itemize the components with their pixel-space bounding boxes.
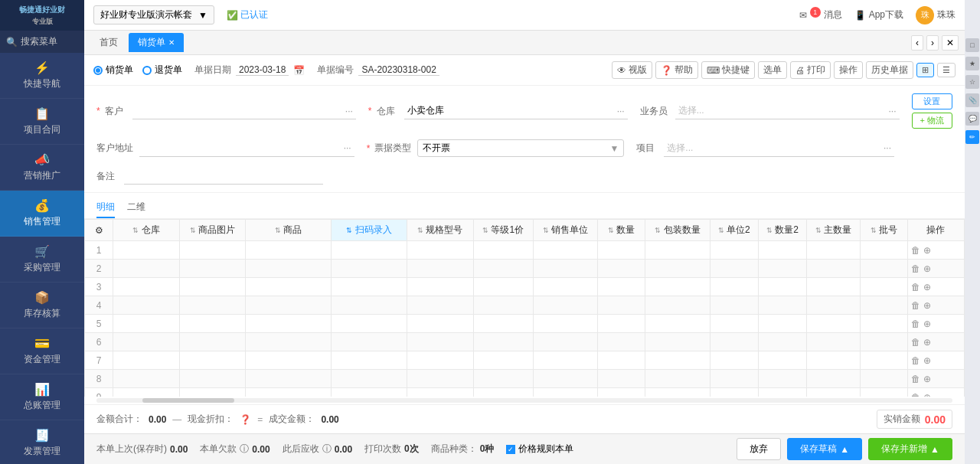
copy-icon[interactable]: ⊕ xyxy=(923,245,931,256)
sidebar-search[interactable]: 🔍 搜索菜单 xyxy=(0,31,84,53)
row-cell xyxy=(246,388,331,397)
copy-icon[interactable]: ⊕ xyxy=(923,300,931,311)
sidebar-item-project[interactable]: 📋 项目合同 xyxy=(0,99,84,145)
panel-icon-4[interactable]: 📎 xyxy=(965,93,979,107)
copy-icon[interactable]: ⊕ xyxy=(923,282,931,292)
horizontal-scrollbar[interactable] xyxy=(96,398,952,403)
select-button[interactable]: 选单 xyxy=(758,61,787,79)
calendar-icon[interactable]: 📅 xyxy=(293,65,305,76)
row-cell xyxy=(710,333,758,351)
row-cell xyxy=(407,241,473,260)
price-rule-checkbox[interactable]: ✓ 价格规则本单 xyxy=(506,443,573,456)
settings-button[interactable]: 设置 xyxy=(912,93,952,109)
sidebar-item-marketing[interactable]: 📣 营销推广 xyxy=(0,145,84,191)
close-tab-button[interactable]: ✕ xyxy=(942,35,959,51)
message-button[interactable]: ✉ 1 消息 xyxy=(799,8,842,21)
panel-icon-1[interactable]: □ xyxy=(965,38,979,52)
delete-icon[interactable]: 🗑 xyxy=(911,355,920,366)
company-selector[interactable]: 好业财专业版演示帐套 ▼ xyxy=(93,5,214,25)
help-button[interactable]: ❓ 帮助 xyxy=(655,61,698,79)
warehouse-input[interactable]: 小卖仓库 ··· xyxy=(404,103,628,119)
sidebar-item-quick-nav[interactable]: ⚡ 快捷导航 xyxy=(0,53,84,99)
copy-icon[interactable]: ⊕ xyxy=(923,337,931,348)
delete-icon[interactable]: 🗑 xyxy=(911,282,920,292)
copy-icon[interactable]: ⊕ xyxy=(923,319,931,329)
remark-input[interactable] xyxy=(124,168,323,185)
history-button[interactable]: 历史单据 xyxy=(866,61,913,79)
customer-input[interactable]: ··· xyxy=(132,103,356,119)
list-view-button[interactable]: ☰ xyxy=(937,63,956,77)
date-value[interactable]: 2023-03-18 xyxy=(236,64,289,76)
tab-detail[interactable]: 明细 xyxy=(96,198,115,218)
shortcut-button[interactable]: ⌨ 快捷键 xyxy=(701,61,755,79)
sidebar-item-sales[interactable]: 💰 销售管理 xyxy=(0,191,84,237)
row-cell xyxy=(645,333,710,351)
sidebar-item-invoice[interactable]: 🧾 发票管理 xyxy=(0,420,84,464)
delete-icon[interactable]: 🗑 xyxy=(911,245,920,256)
tab-home[interactable]: 首页 xyxy=(90,33,127,52)
table-row[interactable]: 5🗑⊕ xyxy=(85,315,965,333)
panel-icon-2[interactable]: ★ xyxy=(965,57,979,70)
marketing-icon: 📣 xyxy=(34,152,50,167)
sort-icon: ⇅ xyxy=(608,227,614,234)
save-new-button[interactable]: 保存并新增 ▲ xyxy=(868,438,952,460)
required-star: * xyxy=(367,143,371,154)
copy-icon[interactable]: ⊕ xyxy=(923,355,931,366)
table-row[interactable]: 3🗑⊕ xyxy=(85,278,965,296)
salesperson-input[interactable]: 选择... ··· xyxy=(675,103,900,119)
next-tab-button[interactable]: › xyxy=(926,35,939,51)
table-row[interactable]: 2🗑⊕ xyxy=(85,260,965,278)
table-row[interactable]: 6🗑⊕ xyxy=(85,333,965,351)
row-cell xyxy=(758,315,806,333)
company-dropdown-icon: ▼ xyxy=(198,10,207,21)
table-row[interactable]: 9🗑⊕ xyxy=(85,388,965,397)
view-button[interactable]: 👁 视版 xyxy=(612,61,652,79)
address-dots: ··· xyxy=(344,142,351,153)
print-button[interactable]: 🖨 打印 xyxy=(790,61,831,79)
panel-icon-3[interactable]: ☆ xyxy=(965,75,979,89)
prev-tab-button[interactable]: ‹ xyxy=(911,35,923,51)
table-row[interactable]: 4🗑⊕ xyxy=(85,296,965,315)
radio-sales-order[interactable]: 销货单 xyxy=(93,64,133,77)
copy-icon[interactable]: ⊕ xyxy=(923,392,931,397)
address-input[interactable]: ··· xyxy=(139,140,354,157)
col-settings[interactable]: ⚙ xyxy=(85,220,113,241)
app-download-button[interactable]: 📱 App下载 xyxy=(854,8,903,21)
delete-icon[interactable]: 🗑 xyxy=(911,263,920,274)
abandon-button[interactable]: 放弃 xyxy=(737,438,781,460)
project-input[interactable]: 选择... ··· xyxy=(664,140,894,157)
invoice-select[interactable]: 不开票 ▼ xyxy=(417,139,624,157)
grid-view-button[interactable]: ⊞ xyxy=(916,63,934,77)
delete-icon[interactable]: 🗑 xyxy=(911,392,920,397)
sidebar-item-account[interactable]: 📊 总账管理 xyxy=(0,374,84,420)
user-avatar[interactable]: 珠 珠珠 xyxy=(916,6,956,25)
tab-2d[interactable]: 二维 xyxy=(127,198,145,218)
table-row[interactable]: 7🗑⊕ xyxy=(85,351,965,370)
row-cell xyxy=(758,333,806,351)
delete-icon[interactable]: 🗑 xyxy=(911,337,920,348)
copy-icon[interactable]: ⊕ xyxy=(923,374,931,384)
message-label: 消息 xyxy=(824,8,842,21)
logistics-button[interactable]: + 物流 xyxy=(912,113,952,129)
delete-icon[interactable]: 🗑 xyxy=(911,300,920,311)
save-draft-button[interactable]: 保存草稿 ▲ xyxy=(787,438,862,460)
delete-icon[interactable]: 🗑 xyxy=(911,319,920,329)
panel-icon-6[interactable]: ✏ xyxy=(965,130,979,144)
sidebar-item-stock[interactable]: 📦 库存核算 xyxy=(0,283,84,328)
sidebar-item-purchase[interactable]: 🛒 采购管理 xyxy=(0,237,84,283)
col-ops: 操作 xyxy=(907,220,964,241)
table-row[interactable]: 8🗑⊕ xyxy=(85,370,965,388)
sidebar-item-funds[interactable]: 💳 资金管理 xyxy=(0,328,84,374)
row-cell xyxy=(533,315,598,333)
panel-icon-5[interactable]: 💬 xyxy=(965,112,979,126)
radio-return-order[interactable]: 退货单 xyxy=(142,64,182,77)
scrollbar-thumb[interactable] xyxy=(142,398,234,403)
delete-icon[interactable]: 🗑 xyxy=(911,374,920,384)
tab-close-icon[interactable]: ✕ xyxy=(168,38,175,47)
tab-sales-order[interactable]: 销货单 ✕ xyxy=(129,33,184,52)
table-row[interactable]: 1🗑⊕ xyxy=(85,241,965,260)
ops-button[interactable]: 操作 xyxy=(834,61,863,79)
col-batch-input[interactable]: ⇅ 扫码录入 xyxy=(331,220,407,241)
copy-icon[interactable]: ⊕ xyxy=(923,263,931,274)
sidebar-logo-line2: 专业版 xyxy=(19,17,65,27)
